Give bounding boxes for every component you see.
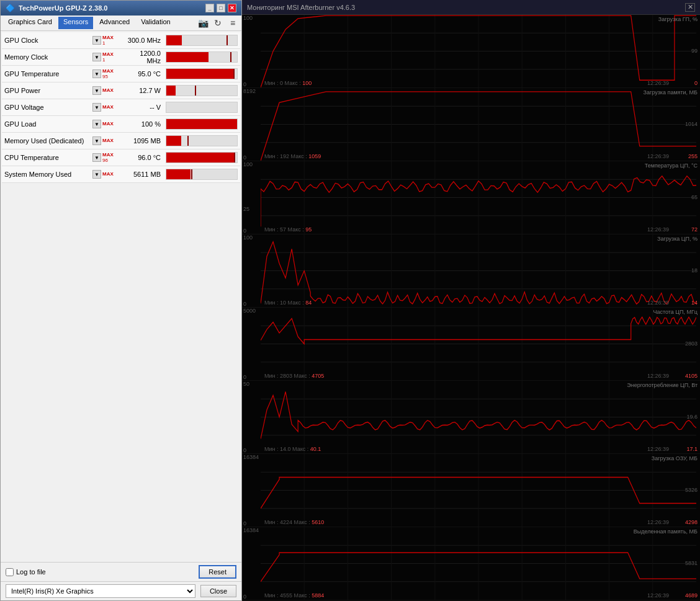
chart-stats: Мин : 2803 Макс : 4705 (264, 373, 324, 379)
gpu-select-row: Intel(R) Iris(R) Xe Graphics Close (1, 581, 241, 600)
sensor-value: 1200.0 MHz (126, 50, 163, 65)
chart-svg (261, 527, 696, 600)
chart-time: 12:26:39 (647, 80, 669, 86)
sensor-max: MAX1 (101, 35, 126, 46)
sensor-dropdown[interactable]: ▼ (92, 86, 101, 95)
sensor-dropdown[interactable]: ▼ (92, 120, 101, 128)
camera-icon[interactable]: 📷 (197, 17, 209, 29)
close-button[interactable]: ✕ (228, 4, 236, 12)
sensor-row[interactable]: GPU Power ▼ MAX 12.7 W (2, 82, 240, 99)
menu-advanced[interactable]: Advanced (94, 17, 135, 29)
chart-max-label: 50 (243, 381, 249, 387)
chart-right-val: 4298 (685, 519, 698, 525)
sensor-row[interactable]: Memory Clock ▼ MAX1 1200.0 MHz (2, 49, 240, 66)
sensor-max: MAX (101, 105, 126, 110)
chart-current: 19.6 (686, 414, 698, 420)
chart-time: 12:26:39 (647, 300, 669, 306)
log-to-file-checkbox[interactable] (6, 568, 14, 576)
sensor-row[interactable]: GPU Voltage ▼ MAX -- V (2, 99, 240, 116)
sensor-value: 300.0 MHz (126, 37, 163, 44)
chart-max-label: 100 (243, 234, 253, 241)
log-to-file-label[interactable]: Log to file (6, 568, 46, 576)
sensor-bar-tick (233, 69, 235, 79)
sensor-bar (166, 119, 237, 129)
sensor-value: 5611 MB (126, 171, 163, 178)
ab-close-button[interactable]: ✕ (685, 3, 695, 12)
chart-current: 2803 (685, 341, 698, 347)
chart-gpu-load: 100 0 Загрузка ГП, % 99 0 12:26:39 Мин :… (242, 15, 700, 88)
sensor-bar (166, 52, 209, 62)
close-btn[interactable]: Close (200, 585, 236, 597)
chart-stats: Мин : 14.0 Макс : 40.1 (264, 446, 321, 452)
sensor-row[interactable]: Memory Used (Dedicated) ▼ MAX 1095 MB (2, 133, 240, 149)
chart-title: Загрузка памяти, МБ (644, 89, 698, 96)
chart-time: 12:26:39 (647, 446, 669, 452)
sensor-row[interactable]: GPU Temperature ▼ MAX95 95.0 °C (2, 66, 240, 82)
chart-ram-load: 16384 0 Загрузка ОЗУ, МБ 5326 4298 12:26… (242, 454, 700, 527)
chart-svg (261, 161, 696, 234)
chart-stats: Мин : 4555 Макс : 5884 (264, 592, 324, 599)
chart-stats: Мин : 57 Макс : 95 (264, 226, 312, 233)
title-bar-controls: _ □ ✕ (205, 4, 236, 12)
sensor-dropdown[interactable]: ▼ (92, 136, 101, 145)
chart-right-val: 255 (688, 153, 698, 159)
sensor-value: 12.7 W (126, 87, 163, 94)
chart-right-val: 0 (694, 80, 698, 86)
gpuz-title-bar: 🔷 TechPowerUp GPU-Z 2.38.0 _ □ ✕ (1, 1, 241, 16)
menu-graphics-card[interactable]: Graphics Card (3, 17, 57, 29)
sensor-dropdown[interactable]: ▼ (92, 36, 101, 45)
chart-stats: Мин : 4224 Макс : 5610 (264, 519, 324, 525)
sensor-dropdown[interactable]: ▼ (92, 153, 101, 162)
sensor-bar (166, 69, 233, 79)
menu-sensors[interactable]: Sensors (58, 17, 93, 29)
sensor-dropdown[interactable]: ▼ (92, 53, 101, 61)
gpuz-window: 🔷 TechPowerUp GPU-Z 2.38.0 _ □ ✕ Graphic… (0, 0, 242, 601)
sensor-name: System Memory Used ▼ (2, 170, 101, 179)
log-label-text: Log to file (16, 568, 46, 576)
chart-mid-label: 25 (243, 206, 249, 212)
sensor-bar-tick (230, 52, 231, 62)
sensor-max: MAX (101, 172, 126, 177)
sensor-dropdown[interactable]: ▼ (92, 103, 101, 112)
sensor-bar-tick (191, 169, 192, 179)
chart-right-val: 4105 (685, 373, 698, 379)
minimize-button[interactable]: _ (205, 4, 214, 12)
chart-cpu-power: 50 0 Энергопотребление ЦП, Вт 19.6 17.1 … (242, 381, 700, 454)
sensor-name: GPU Voltage ▼ (2, 103, 101, 112)
chart-time: 12:26:39 (647, 153, 669, 159)
chart-time: 12:26:39 (647, 519, 669, 525)
restore-button[interactable]: □ (217, 4, 225, 12)
sensor-dropdown[interactable]: ▼ (92, 170, 101, 179)
menu-bar: Graphics Card Sensors Advanced Validatio… (1, 16, 241, 31)
ab-title-text: Мониторинг MSI Afterburner v4.6.3 (247, 4, 355, 11)
chart-time: 12:26:39 (647, 373, 669, 379)
sensor-row[interactable]: System Memory Used ▼ MAX 5611 MB (2, 166, 240, 183)
sensor-dropdown[interactable]: ▼ (92, 69, 101, 78)
gpu-select[interactable]: Intel(R) Iris(R) Xe Graphics (6, 584, 195, 598)
sensor-bar (166, 35, 182, 45)
chart-right-val: 4689 (685, 592, 698, 599)
sensor-value: 95.0 °C (126, 70, 163, 78)
chart-svg (261, 308, 696, 380)
chart-right-val: 17.1 (686, 446, 698, 452)
chart-max-label: 5000 (243, 308, 256, 314)
chart-stats: Мин : 192 Макс : 1059 (264, 153, 321, 159)
sensor-max: MAX96 (101, 153, 126, 163)
chart-max-label: 100 (243, 15, 253, 21)
sensor-value: 96.0 °C (126, 154, 163, 161)
sensor-row[interactable]: CPU Temperature ▼ MAX96 96.0 °C (2, 149, 240, 166)
chart-max-label: 16384 (243, 454, 259, 460)
sensor-bar-container (166, 68, 238, 79)
refresh-icon[interactable]: ↻ (212, 17, 224, 29)
menu-icon[interactable]: ≡ (227, 17, 239, 29)
sensor-bar-tick (234, 153, 235, 162)
sensor-name: GPU Load ▼ (2, 120, 101, 128)
chart-title: Энергопотребление ЦП, Вт (627, 382, 698, 388)
sensor-row[interactable]: GPU Load ▼ MAX 100 % (2, 116, 240, 133)
reset-button[interactable]: Reset (199, 565, 236, 579)
menu-validation[interactable]: Validation (136, 17, 176, 29)
chart-min-label: 0 (243, 447, 246, 453)
sensor-name: Memory Clock ▼ (2, 53, 101, 61)
sensor-row[interactable]: GPU Clock ▼ MAX1 300.0 MHz (2, 32, 240, 49)
sensor-bar-tick (195, 86, 196, 96)
